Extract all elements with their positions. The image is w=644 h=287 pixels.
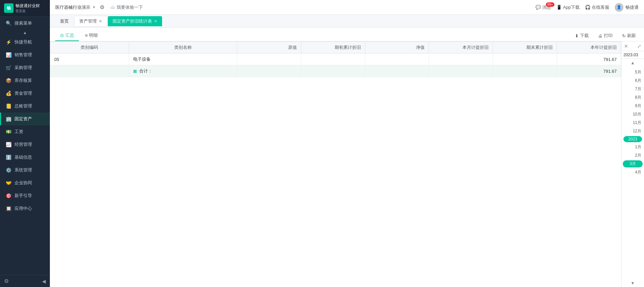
tabbar: 首页 资产管理 ✕ 固定资产折旧统计表 ✕ <box>50 15 644 28</box>
topbar-settings-icon[interactable]: ⚙ <box>100 4 104 10</box>
timeline-4month[interactable]: 4月 <box>621 168 644 177</box>
tab-asset-management[interactable]: 资产管理 ✕ <box>74 16 107 27</box>
timeline-5month[interactable]: 5月 <box>621 68 644 76</box>
payroll-icon: 💵 <box>5 129 12 134</box>
cell-period-end-accumulated <box>493 54 557 65</box>
subtotal-net-value <box>365 65 429 77</box>
refresh-button[interactable]: ↻ 刷新 <box>619 31 639 40</box>
timeline-10month[interactable]: 10月 <box>621 110 644 119</box>
sidebar-item-operations[interactable]: 📈 经营管理 <box>0 138 50 151</box>
sidebar-item-ledger[interactable]: 📒 总账管理 <box>0 100 50 113</box>
company-name: 医疗器械行业演示 <box>55 4 90 10</box>
subtab-summary[interactable]: ⊙ 汇总 <box>55 30 79 41</box>
right-panel-expand-button[interactable]: ⤢ <box>637 43 641 49</box>
timeline-1month[interactable]: 1月 <box>621 143 644 151</box>
basic-info-icon: ℹ️ <box>5 155 12 160</box>
data-table: 类别编码 类别名称 原值 期初累计折旧 净值 本月计提折旧 期末累计折旧 本年计… <box>50 41 621 77</box>
cell-original-value <box>237 54 301 65</box>
subtab-actions: ⬇ 下载 🖨 打印 ↻ 刷新 <box>572 31 639 40</box>
subtotal-annual-depreciation: 791.67 <box>557 65 621 77</box>
sidebar-nav: ⚡ 快捷导航 📊 销售管理 🛒 采购管理 📦 库存核算 💰 资金管理 📒 总账管… <box>0 36 50 275</box>
guide-icon: 🎯 <box>5 193 12 198</box>
chevron-up-icon: ▲ <box>631 60 635 65</box>
timeline-8month[interactable]: 8月 <box>621 93 644 102</box>
search-icon: 🔍 <box>5 21 12 26</box>
sidebar-item-payroll[interactable]: 💵 工资 <box>0 125 50 138</box>
sidebar-item-guide[interactable]: 🎯 新手引导 <box>0 189 50 202</box>
sidebar-item-fund[interactable]: 💰 资金管理 <box>0 87 50 100</box>
sidebar-item-quick-nav[interactable]: ⚡ 快捷导航 <box>0 36 50 49</box>
subtab-detail[interactable]: ≡ 明细 <box>80 30 102 41</box>
quick-nav-icon: ⚡ <box>5 39 12 45</box>
tab-asset-management-close[interactable]: ✕ <box>99 19 102 24</box>
system-icon: ⚙️ <box>5 167 12 173</box>
sidebar-item-enterprise[interactable]: 🤝 企业协同 <box>0 177 50 189</box>
sidebar-item-sales[interactable]: 📊 销售管理 <box>0 49 50 61</box>
app-download-button[interactable]: 📱 App下载 <box>556 4 580 10</box>
sidebar-search[interactable]: 🔍 搜索菜单 <box>0 17 50 30</box>
th-monthly-depreciation: 本月计提折旧 <box>429 42 493 54</box>
main-content: 医疗器械行业演示 ▼ ⚙ ☁️ 我要体验一下 💬 消息 99+ 📱 App下载 … <box>50 0 644 287</box>
timeline-12month[interactable]: 12月 <box>621 127 644 135</box>
right-panel-date: 2023.03 <box>621 51 644 59</box>
tab-home[interactable]: 首页 <box>55 16 73 26</box>
sidebar-scroll-up[interactable]: ▲ <box>0 30 50 36</box>
timeline-6month[interactable]: 6月 <box>621 76 644 85</box>
timeline-2month[interactable]: 2月 <box>621 151 644 160</box>
right-panel-close-button[interactable]: ✕ <box>624 43 628 49</box>
subtabs: ⊙ 汇总 ≡ 明细 ⬇ 下载 🖨 打印 ↻ 刷新 <box>50 28 644 41</box>
subtotal-row: ▦ 合计： 791.67 <box>50 65 621 77</box>
download-icon: 📱 <box>556 5 562 10</box>
timeline-3month-current[interactable]: 3月 <box>623 160 643 167</box>
subtotal-period-end-accumulated <box>493 65 557 77</box>
printer-icon: 🖨 <box>598 33 603 38</box>
timeline-2023year[interactable]: 2023 <box>623 136 642 142</box>
subtotal-original-value <box>237 65 301 77</box>
content-area: ⊙ 汇总 ≡ 明细 ⬇ 下载 🖨 打印 ↻ 刷新 <box>50 28 644 287</box>
timeline-9month[interactable]: 9月 <box>621 102 644 110</box>
timeline-scroll-down[interactable]: ▼ <box>621 279 644 287</box>
customer-service-button[interactable]: 🎧 在线客服 <box>585 4 609 10</box>
download-icon: ⬇ <box>575 33 579 38</box>
sales-icon: 📊 <box>5 52 12 58</box>
sidebar-item-inventory[interactable]: 📦 库存核算 <box>0 74 50 87</box>
avatar: 👤 <box>615 3 623 12</box>
download-button[interactable]: ⬇ 下载 <box>572 31 591 40</box>
company-dropdown-icon: ▼ <box>92 5 96 9</box>
sidebar-item-app-center[interactable]: 🔲 应用中心 <box>0 202 50 215</box>
th-original-value: 原值 <box>237 42 301 54</box>
message-icon: 💬 <box>535 5 541 10</box>
timeline-7month[interactable]: 7月 <box>621 85 644 93</box>
table-row[interactable]: 05 电子设备 791.67 <box>50 54 621 65</box>
right-panel: ✕ ⤢ 2023.03 ▲ 5月 6月 7月 8月 9月 10月 11月 12月… <box>621 41 644 287</box>
sidebar-item-purchase[interactable]: 🛒 采购管理 <box>0 61 50 74</box>
collapse-sidebar-button[interactable]: ◀ <box>42 279 46 284</box>
settings-footer-icon[interactable]: ⚙ <box>4 278 9 284</box>
cell-accumulated-depreciation <box>301 54 365 65</box>
right-panel-header: ✕ ⤢ <box>621 41 644 51</box>
th-category-code: 类别编码 <box>50 42 129 54</box>
sidebar-item-system[interactable]: ⚙️ 系统管理 <box>0 164 50 177</box>
data-table-wrapper: 类别编码 类别名称 原值 期初累计折旧 净值 本月计提折旧 期末累计折旧 本年计… <box>50 41 644 287</box>
company-selector[interactable]: 医疗器械行业演示 ▼ <box>55 4 96 10</box>
print-button[interactable]: 🖨 打印 <box>595 31 615 40</box>
sidebar-item-fixed-assets[interactable]: 🏢 固定资产 <box>0 113 50 125</box>
topbar-right: 💬 消息 99+ 📱 App下载 🎧 在线客服 👤 畅捷通 <box>535 3 639 12</box>
tab-fixed-asset-depreciation-close[interactable]: ✕ <box>154 19 157 24</box>
message-button[interactable]: 💬 消息 99+ <box>535 4 551 10</box>
refresh-icon: ↻ <box>622 33 626 38</box>
inventory-icon: 📦 <box>5 78 12 83</box>
user-menu[interactable]: 👤 畅捷通 <box>615 3 639 12</box>
topbar-experience[interactable]: ☁️ 我要体验一下 <box>110 4 143 10</box>
th-category-name: 类别名称 <box>129 42 237 54</box>
cell-category-name: 电子设备 <box>129 54 237 65</box>
tab-fixed-asset-depreciation[interactable]: 固定资产折旧统计表 ✕ <box>108 16 162 26</box>
sidebar-item-basic-info[interactable]: ℹ️ 基础信息 <box>0 151 50 164</box>
fund-icon: 💰 <box>5 91 12 96</box>
operations-icon: 📈 <box>5 142 12 147</box>
timeline-11month[interactable]: 11月 <box>621 119 644 127</box>
chevron-down-icon: ▼ <box>631 281 635 286</box>
app-logo-text: 畅捷通好业财 普及版 <box>16 3 40 13</box>
timeline-scroll-up[interactable]: ▲ <box>621 59 644 67</box>
cell-monthly-depreciation <box>429 54 493 65</box>
